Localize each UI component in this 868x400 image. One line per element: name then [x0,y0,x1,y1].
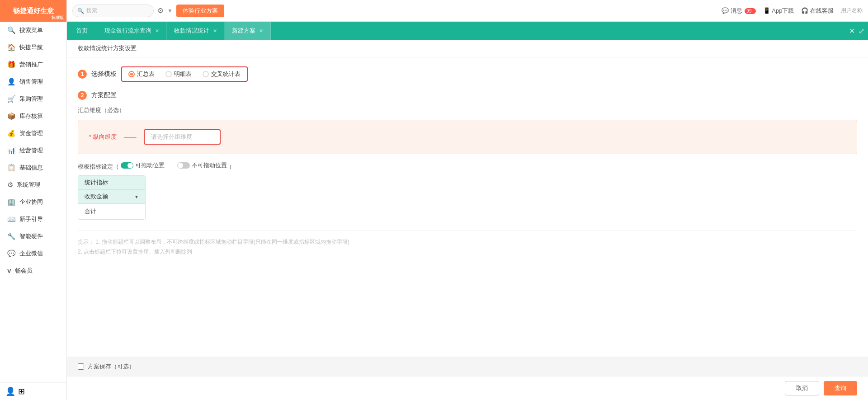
metrics-col-dropdown-icon[interactable]: ▼ [134,194,139,199]
sidebar-item-nav[interactable]: 🏠 快捷导航 [0,39,66,56]
template-radio-group: 汇总表 明细表 交叉统计表 [121,66,248,82]
sidebar-item-sales[interactable]: 👤 销售管理 [0,73,66,90]
metrics-col-header-text: 收款金额 [85,193,108,201]
download-icon: 📱 [763,7,770,14]
sidebar-label-enterprise: 企业协同 [19,198,43,206]
step2-number: 2 [78,91,87,100]
metrics-section-header: 统计指标 [78,176,145,190]
form-body: 1 选择模板 汇总表 明细表 [67,57,868,357]
toggle2-wrapper: 不可拖动位置 [177,161,227,169]
tab-home[interactable]: 首页 [67,22,97,40]
settings-icon[interactable]: ⚙ [157,6,164,15]
sidebar-label-basic: 基础信息 [19,164,43,172]
sidebar-logo: 畅捷通好生意 标准版 [0,0,66,22]
sidebar-item-system[interactable]: ⚙ 系统管理 [0,176,66,193]
vertical-label: * 纵向维度 [89,133,117,141]
expand-icon[interactable]: ⤢ [859,27,864,35]
home-icon: 🏠 [7,43,16,52]
box-icon: 📦 [7,112,16,120]
clipboard-icon: 📋 [7,164,16,172]
topbar: 🔍 搜索 ⚙ ▼ 体验行业方案 💬 消息 99+ 📱 App下载 🎧 在线客服 … [67,0,868,22]
sidebar-label-wechat: 企业微信 [19,249,43,258]
toggle1-label: 可拖动位置 [135,161,165,169]
tab-collection-close[interactable]: ✕ [213,28,217,34]
sidebar-item-enterprise[interactable]: 🏢 企业协同 [0,193,66,211]
trial-button[interactable]: 体验行业方案 [176,5,224,17]
metrics-header-text: 模板指标设定（ 可拖动位置 不可拖动位置 ） [78,161,235,171]
avatar-icon: 👤 [5,386,15,396]
save-label: 方案保存（可选） [88,362,135,371]
sidebar-item-wechat[interactable]: 💬 企业微信 [0,245,66,262]
building-icon: 🏢 [7,198,16,206]
dimension-row: * 纵向维度 —— 请选择分组维度 [89,129,846,145]
tab-collection[interactable]: 收款情况统计 ✕ [167,22,225,40]
service-icon: 🎧 [801,7,808,14]
sidebar-label-marketing: 营销推广 [19,61,43,69]
sidebar-label-operations: 经营管理 [19,146,43,155]
search-icon: 🔍 [7,26,16,34]
sidebar-bottom: 👤 ⊞ [0,382,66,400]
sidebar-item-operations[interactable]: 📊 经营管理 [0,142,66,159]
sidebar-label-system: 系统管理 [17,181,40,189]
step1-header: 1 选择模板 汇总表 明细表 [78,66,857,82]
sidebar-item-basic[interactable]: 📋 基础信息 [0,159,66,176]
tabbar: 首页 现金银行流水查询 ✕ 收款情况统计 ✕ 新建方案 ✕ ✕ ⤢ [67,22,868,40]
tab-cashflow-label: 现金银行流水查询 [104,27,151,35]
breadcrumb: 收款情况统计方案设置 [78,45,137,52]
sidebar-label-inventory: 库存核算 [19,112,43,120]
sidebar-item-inventory[interactable]: 📦 库存核算 [0,108,66,125]
member-icon: V [7,268,11,274]
step2-header: 2 方案配置 [78,91,857,100]
sidebar-label-nav: 快捷导航 [19,43,43,52]
tab-new-plan[interactable]: 新建方案 ✕ [225,22,271,40]
tab-cashflow-close[interactable]: ✕ [155,28,159,34]
dimension-placeholder: 请选择分组维度 [151,133,192,141]
arrow: —— [124,133,137,141]
service-item[interactable]: 🎧 在线客服 [801,7,834,15]
dimension-select[interactable]: 请选择分组维度 [144,129,221,145]
sidebar-item-hardware[interactable]: 🔧 智能硬件 [0,228,66,245]
money-icon: 💰 [7,129,16,137]
radio-cross-circle [203,71,209,77]
search-box[interactable]: 🔍 搜索 [72,5,154,17]
dropdown-arrow: ▼ [167,8,173,14]
sidebar-label-finance: 资金管理 [19,129,43,137]
tab-new-plan-label: 新建方案 [232,27,255,35]
tips-area: 提示： 1. 拖动标题栏可以调整布局，不可跨维度或指标区域拖动栏目字段(只能在同… [78,231,857,257]
query-button[interactable]: 查询 [824,381,857,395]
logo-sub: 标准版 [52,15,64,21]
radio-summary-circle [128,71,135,77]
sidebar-item-marketing[interactable]: 🎁 营销推广 [0,56,66,73]
message-item[interactable]: 💬 消息 99+ [722,7,756,15]
tab-cashflow[interactable]: 现金银行流水查询 ✕ [97,22,167,40]
sidebar-item-purchase[interactable]: 🛒 采购管理 [0,90,66,108]
sidebar-item-guide[interactable]: 📖 新手引导 [0,211,66,228]
download-label: App下载 [772,7,794,14]
sidebar-item-member[interactable]: V 畅会员 [0,262,66,279]
radio-summary[interactable]: 汇总表 [128,70,155,78]
save-checkbox[interactable] [78,363,84,370]
cancel-button[interactable]: 取消 [785,381,819,395]
metrics-table: 统计指标 收款金额 ▼ 合计 [78,175,146,220]
toggle-non-draggable[interactable] [177,162,190,169]
page-content: 收款情况统计方案设置 1 选择模板 汇总表 [67,40,868,400]
radio-cross[interactable]: 交叉统计表 [203,70,241,78]
sidebar-item-search[interactable]: 🔍 搜索菜单 [0,22,66,39]
user-name: 用户名称 [841,7,863,14]
message-label: 消息 [731,7,742,14]
tool-icon: 🔧 [7,232,16,240]
close-icon[interactable]: ✕ [849,27,855,35]
sidebar-label-hardware: 智能硬件 [19,232,43,240]
tabbar-actions: ✕ ⤢ [849,22,868,40]
download-item[interactable]: 📱 App下载 [763,7,794,15]
page-header: 收款情况统计方案设置 [67,40,868,57]
sidebar-item-finance[interactable]: 💰 资金管理 [0,125,66,142]
tab-new-plan-close[interactable]: ✕ [259,28,263,34]
toggle-draggable[interactable] [121,162,133,169]
step1-title: 选择模板 [91,70,117,78]
tip-1: 提示： 1. 拖动标题栏可以调整布局，不可跨维度或指标区域拖动栏目字段(只能在同… [78,237,857,247]
tip-2: 2. 点击标题栏下拉可设置排序、插入列和删除列 [78,247,857,257]
radio-detail[interactable]: 明细表 [165,70,192,78]
chat-icon: 💬 [7,249,16,258]
metrics-col-header-row[interactable]: 收款金额 ▼ [78,190,145,204]
